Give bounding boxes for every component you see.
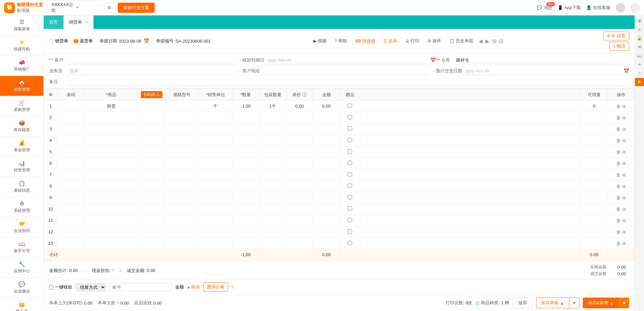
save-draft-arrow-button[interactable]: ▼ bbox=[569, 298, 579, 308]
sidebar-item-sales[interactable]: 🏠 销售管理 bbox=[0, 76, 43, 96]
gift-checkbox-2[interactable] bbox=[348, 115, 352, 119]
notes-input[interactable] bbox=[68, 78, 629, 86]
row-copy-7[interactable]: ⊕ bbox=[622, 172, 626, 178]
one-click-payment[interactable]: 一键收款 bbox=[49, 284, 72, 290]
gear-button[interactable]: ⚙ bbox=[104, 3, 114, 13]
tab-home[interactable]: 首页 bbox=[44, 15, 64, 29]
rt-grid-icon[interactable]: ⊞ bbox=[636, 17, 644, 25]
row-copy-10[interactable]: ⊕ bbox=[622, 206, 626, 212]
row-delete-8[interactable]: 🗑 bbox=[616, 184, 621, 189]
header-nav-left[interactable]: ◀ bbox=[479, 38, 483, 44]
row-delete-9[interactable]: 🗑 bbox=[616, 195, 621, 200]
row-delete-7[interactable]: 🗑 bbox=[616, 172, 621, 178]
expense-split-button[interactable]: 费用分摊 bbox=[203, 282, 228, 292]
warehouse-dots-button[interactable]: ··· bbox=[625, 57, 629, 63]
row-copy-4[interactable]: ⊕ bbox=[622, 138, 626, 143]
expense-help-icon[interactable]: ? bbox=[231, 285, 234, 290]
gift-checkbox-6[interactable] bbox=[348, 161, 352, 165]
row-delete-3[interactable]: 🗑 bbox=[616, 126, 621, 132]
row-copy-2[interactable]: ⊕ bbox=[622, 115, 626, 120]
add-payment-button[interactable]: ● 添加 bbox=[187, 284, 200, 290]
list-view-icon[interactable]: ⊟ bbox=[499, 38, 503, 44]
one-click-checkbox[interactable] bbox=[49, 285, 53, 289]
customer-input[interactable] bbox=[68, 56, 235, 64]
discard-button[interactable]: 放弃 bbox=[513, 298, 533, 308]
account-input[interactable] bbox=[109, 283, 172, 291]
help-button[interactable]: ? 帮助 bbox=[332, 37, 350, 45]
row-copy-1[interactable]: ⊕ bbox=[622, 104, 626, 109]
save-draft-button[interactable]: 保存草稿 ▲ bbox=[536, 298, 569, 308]
tab-bill[interactable]: 销货单 × bbox=[64, 15, 93, 29]
warehouse-input[interactable]: 建材仓 bbox=[455, 56, 622, 64]
sidebar-item-search[interactable]: ☰ 搜索菜单 bbox=[0, 15, 43, 36]
row-delete-10[interactable]: 🗑 bbox=[616, 206, 621, 212]
calendar-icon[interactable]: 📅 bbox=[144, 38, 149, 44]
sidebar-item-finance[interactable]: 💰 资金管理 bbox=[0, 137, 43, 157]
video-button[interactable]: ▶ 视频 bbox=[311, 37, 329, 45]
row-copy-9[interactable]: ⊕ bbox=[622, 195, 626, 200]
salesperson-input[interactable]: 选择... bbox=[68, 67, 235, 75]
gift-checkbox-13[interactable] bbox=[348, 241, 352, 245]
rt-list-icon[interactable]: ≡ bbox=[636, 26, 644, 34]
help-icon[interactable]: ? bbox=[112, 268, 114, 273]
radio-return[interactable]: 退货单 bbox=[74, 38, 93, 44]
row-copy-3[interactable]: ⊕ bbox=[622, 126, 626, 132]
salesperson-dots-button[interactable]: ··· bbox=[238, 68, 242, 74]
gift-checkbox-12[interactable] bbox=[348, 229, 352, 234]
rt-edit-icon[interactable]: ✏ bbox=[636, 61, 644, 69]
row-delete-5[interactable]: 🗑 bbox=[616, 149, 621, 155]
row-copy-6[interactable]: ⊕ bbox=[622, 161, 626, 166]
customer-dots-button[interactable]: ··· bbox=[238, 57, 242, 63]
row-delete-13[interactable]: 🗑 bbox=[616, 241, 621, 246]
settings-button[interactable]: ⚙ ⚙ 设置 bbox=[603, 32, 629, 40]
logistics-button[interactable]: + 物流 bbox=[609, 42, 629, 50]
gift-checkbox-1[interactable] bbox=[348, 104, 352, 108]
gift-checkbox-7[interactable] bbox=[348, 172, 352, 177]
row-copy-12[interactable]: ⊕ bbox=[622, 229, 626, 235]
sidebar-item-management[interactable]: 📊 经营管理 bbox=[0, 157, 43, 177]
row-copy-11[interactable]: ⊕ bbox=[622, 218, 626, 223]
online-service-button[interactable]: 👤 在线客服 bbox=[586, 5, 610, 11]
sidebar-item-cooperation[interactable]: 🤝 企业协同 bbox=[0, 217, 43, 237]
row-delete-1[interactable]: 🗑 bbox=[616, 104, 621, 109]
save-new-arrow-button[interactable]: ▼ bbox=[619, 298, 629, 308]
tab-close-icon[interactable]: × bbox=[85, 20, 88, 25]
grid-view-icon[interactable]: ⊞ bbox=[492, 38, 496, 44]
customer-addr-input[interactable] bbox=[262, 67, 428, 75]
row-delete-12[interactable]: 🗑 bbox=[616, 229, 621, 235]
rt-notification-icon[interactable]: 🔔 bbox=[635, 78, 644, 86]
sidebar-item-vip[interactable]: 👑 畅会员 bbox=[0, 298, 43, 311]
row-copy-8[interactable]: ⊕ bbox=[622, 184, 626, 189]
trial-button[interactable]: 体验行业方案 bbox=[118, 3, 155, 13]
row-delete-11[interactable]: 🗑 bbox=[616, 218, 621, 223]
calc-method-select[interactable]: 结算方式 bbox=[76, 283, 106, 291]
delivery-date-input[interactable]: yyyy-mm-dd bbox=[464, 67, 621, 75]
addr-dots-button[interactable]: ··· bbox=[432, 68, 436, 74]
rt-book-icon[interactable]: 📖 bbox=[636, 52, 644, 60]
sidebar-item-quicknav[interactable]: ⚡ 快捷导航 bbox=[0, 36, 43, 56]
sidebar-item-inventory[interactable]: 📦 库存核算 bbox=[0, 116, 43, 137]
gift-checkbox-4[interactable] bbox=[348, 138, 352, 142]
rt-star-icon[interactable]: ☆ bbox=[636, 69, 644, 77]
company-select[interactable]: XXXXXX公司 ▼ bbox=[48, 0, 102, 15]
due-date-calendar-icon[interactable]: 📅 bbox=[430, 57, 436, 63]
header-nav-right[interactable]: ▶ bbox=[485, 38, 489, 44]
sidebar-item-basics[interactable]: 📋 基础信息 bbox=[0, 177, 43, 197]
row-copy-5[interactable]: ⊕ bbox=[622, 149, 626, 155]
sidebar-item-purchase[interactable]: 🛒 采购管理 bbox=[0, 96, 43, 116]
sidebar-item-apps[interactable]: 🔧 应用中心 bbox=[0, 258, 43, 278]
gift-checkbox-10[interactable] bbox=[348, 206, 352, 211]
row-delete-6[interactable]: 🗑 bbox=[616, 161, 621, 166]
th-scan[interactable]: 扫码录入 bbox=[138, 89, 165, 101]
rt-lock-icon[interactable]: 🔒 bbox=[636, 34, 644, 42]
sidebar-item-guide[interactable]: 📖 新手引导 bbox=[0, 237, 43, 258]
gift-checkbox-8[interactable] bbox=[348, 184, 352, 188]
operate-button[interactable]: ⚙ 操作 bbox=[425, 37, 444, 45]
scan-button[interactable]: 扫码录入 bbox=[141, 91, 162, 98]
due-date-input[interactable]: yyyy-mm-dd bbox=[266, 56, 428, 64]
radio-sale[interactable]: 销货单 bbox=[49, 38, 68, 44]
history-button[interactable]: 📋 历史单据 bbox=[447, 37, 476, 45]
gift-checkbox-11[interactable] bbox=[348, 218, 352, 222]
row-delete-4[interactable]: 🗑 bbox=[616, 138, 621, 143]
help-icon-2[interactable]: ? bbox=[117, 301, 119, 306]
